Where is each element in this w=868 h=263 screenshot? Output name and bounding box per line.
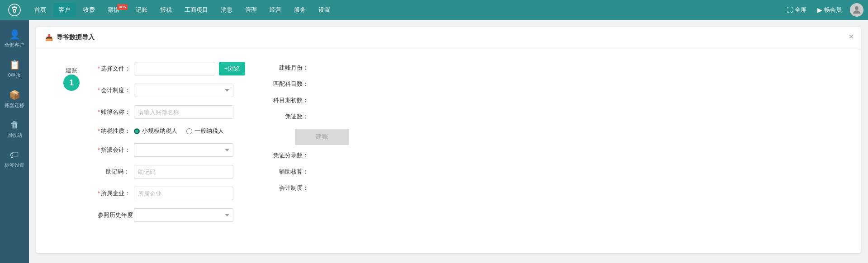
nav-item-ledger[interactable]: 记账 (130, 3, 153, 17)
svg-point-2 (14, 10, 15, 12)
nav-item-service[interactable]: 服务 (289, 3, 311, 17)
nav-item-invoice[interactable]: 票据 new (102, 3, 128, 17)
dialog-body: 建账 1 选择文件： +浏览 (36, 48, 861, 244)
file-row: 选择文件： +浏览 (98, 62, 245, 75)
voucher-count-label: 凭证数： (272, 113, 313, 121)
aux-accounting-row: 辅助核算： (272, 168, 372, 176)
nav-item-bizproject[interactable]: 工商项目 (179, 3, 213, 17)
sidebar-label-recycle: 回收站 (7, 132, 22, 139)
sidebar-item-account-migration[interactable]: 📦 账套迁移 (0, 85, 29, 113)
match-subjects-label: 匹配科目数： (272, 80, 313, 88)
file-input[interactable] (134, 62, 215, 75)
voucher-entries-label: 凭证分录数： (272, 151, 313, 160)
dialog-title: 导爷数据导入 (57, 33, 95, 42)
build-button-area: 建账 (272, 129, 372, 145)
browse-button[interactable]: +浏览 (219, 62, 245, 75)
step-indicator: 建账 1 (63, 62, 80, 230)
accounting-system2-row: 会计制度： (272, 184, 372, 192)
build-account-button[interactable]: 建账 (295, 129, 349, 145)
main-content-area: 📥 导爷数据导入 × 建账 1 (29, 20, 868, 263)
tax-type-small[interactable]: 小规模纳税人 (134, 127, 177, 135)
svg-point-3 (855, 6, 859, 10)
form-and-info: 选择文件： +浏览 会计制度： (98, 62, 834, 230)
nav-item-tax[interactable]: 报税 (155, 3, 177, 17)
nav-item-charge[interactable]: 收费 (78, 3, 100, 17)
dialog-close-button[interactable]: × (849, 33, 854, 41)
sidebar-item-all-customers[interactable]: 👤 全部客户 (0, 24, 29, 53)
migration-icon: 📦 (9, 89, 20, 100)
form-section: 选择文件： +浏览 会计制度： (98, 62, 245, 230)
ledger-name-label: 账簿名称： (98, 108, 134, 116)
accounting-system2-label: 会计制度： (272, 184, 313, 192)
app-logo[interactable] (5, 0, 24, 20)
fullscreen-label: 全屏 (795, 6, 806, 14)
nav-menu: 首页 客户 收费 票据 new 记账 报税 工商项目 消息 管理 经营 服务 设… (29, 3, 784, 17)
tax-type-radio-group: 小规模纳税人 一般纳税人 (134, 127, 224, 135)
info-section: 建账月份： 匹配科目数： 科目期初数： (272, 62, 372, 230)
assign-accountant-row: 指派会计： (98, 143, 245, 157)
step-badge: 1 (63, 75, 80, 91)
step-label: 建账 (66, 66, 77, 75)
nav-item-customer[interactable]: 客户 (53, 3, 76, 17)
ledger-name-row: 账簿名称： (98, 105, 245, 119)
nav-item-manage[interactable]: 管理 (240, 3, 262, 17)
declaration-icon: 📋 (9, 59, 20, 70)
main-layout: 👤 全部客户 📋 0申报 📦 账套迁移 🗑 回收站 🏷 标签设置 📥 导爷数据导… (0, 20, 868, 263)
sidebar: 👤 全部客户 📋 0申报 📦 账套迁移 🗑 回收站 🏷 标签设置 (0, 20, 29, 263)
company-input[interactable] (134, 187, 233, 200)
top-navigation: 首页 客户 收费 票据 new 记账 报税 工商项目 消息 管理 经营 服务 设… (0, 0, 868, 20)
sidebar-item-recycle[interactable]: 🗑 回收站 (0, 115, 29, 143)
tax-type-label: 纳税性质： (98, 127, 134, 135)
company-label: 所属企业： (98, 189, 134, 197)
memo-code-row: 助记码： (98, 165, 245, 178)
nav-item-home[interactable]: 首页 (29, 3, 52, 17)
dialog-panel: 📥 导爷数据导入 × 建账 1 (36, 27, 861, 253)
tax-type-general[interactable]: 一般纳税人 (186, 127, 224, 135)
tax-type-general-label: 一般纳税人 (194, 127, 224, 135)
dialog-header: 📥 导爷数据导入 (36, 27, 861, 48)
sidebar-label-account-migration: 账套迁移 (5, 102, 24, 109)
vip-icon: ▶ (817, 6, 822, 14)
build-month-row: 建账月份： (272, 64, 372, 72)
sidebar-item-tag-settings[interactable]: 🏷 标签设置 (0, 145, 29, 173)
user-icon: 👤 (9, 29, 20, 40)
aux-accounting-label: 辅助核算： (272, 168, 313, 176)
nav-right-area: ⛶ 全屏 ▶ 畅会员 (784, 3, 863, 17)
voucher-count-row: 凭证数： (272, 113, 372, 121)
vip-label: 畅会员 (824, 6, 842, 14)
nav-item-settings[interactable]: 设置 (313, 3, 336, 17)
step-section: 建账 1 选择文件： +浏览 (63, 62, 834, 230)
build-month-label: 建账月份： (272, 64, 313, 72)
nav-item-operation[interactable]: 经营 (264, 3, 287, 17)
history-year-select[interactable] (134, 208, 233, 222)
accounting-system-select[interactable] (134, 84, 233, 97)
history-year-row: 参照历史年度： (98, 208, 245, 222)
tag-icon: 🏷 (10, 150, 19, 160)
history-year-label: 参照历史年度： (98, 211, 134, 219)
voucher-entries-row: 凭证分录数： (272, 151, 372, 160)
tax-type-row: 纳税性质： 小规模纳税人 一般纳税人 (98, 127, 245, 135)
subject-init-row: 科目期初数： (272, 96, 372, 104)
fullscreen-button[interactable]: ⛶ 全屏 (784, 4, 809, 16)
fullscreen-icon: ⛶ (787, 6, 793, 14)
sidebar-label-tag-settings: 标签设置 (5, 162, 24, 169)
memo-code-label: 助记码： (98, 168, 134, 176)
company-row: 所属企业： (98, 187, 245, 200)
accounting-system-row: 会计制度： (98, 84, 245, 97)
file-label: 选择文件： (98, 65, 134, 73)
user-avatar[interactable] (850, 3, 863, 17)
new-badge: new (117, 4, 128, 10)
nav-item-message[interactable]: 消息 (215, 3, 238, 17)
memo-code-input[interactable] (134, 165, 233, 178)
ledger-name-input[interactable] (134, 105, 233, 119)
accounting-system-label: 会计制度： (98, 86, 134, 94)
file-input-group: +浏览 (134, 62, 245, 75)
sidebar-label-all-customers: 全部客户 (5, 42, 24, 48)
dialog-title-icon: 📥 (45, 34, 53, 41)
vip-button[interactable]: ▶ 畅会员 (815, 4, 844, 16)
sidebar-item-declaration[interactable]: 📋 0申报 (0, 55, 29, 83)
tax-type-small-label: 小规模纳税人 (142, 127, 177, 135)
assign-accountant-select[interactable] (134, 143, 233, 157)
subject-init-label: 科目期初数： (272, 96, 313, 104)
sidebar-label-declaration: 0申报 (8, 72, 21, 79)
